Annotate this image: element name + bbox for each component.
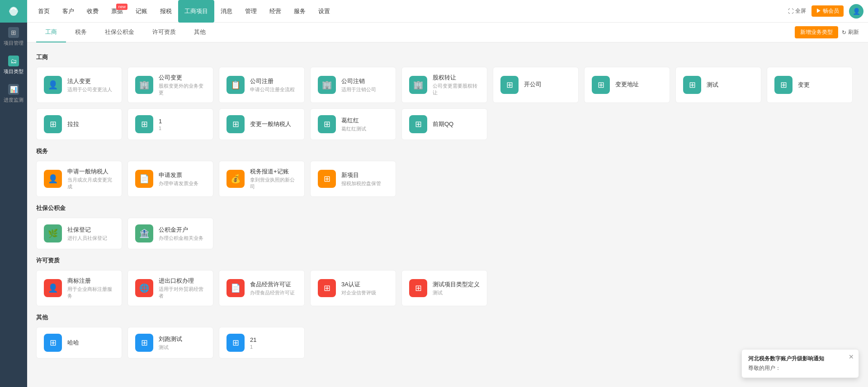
nav-operate[interactable]: 经营 <box>263 0 288 23</box>
card-import-export[interactable]: 🌐 进出口权办理 适用于对外贸易经营者 <box>127 270 213 306</box>
card-desc: 申请公司注册全流程 <box>250 86 295 93</box>
nav-settings[interactable]: 设置 <box>312 0 336 23</box>
card-title: 开公司 <box>524 80 542 89</box>
tab-social[interactable]: 社保公积金 <box>96 23 143 42</box>
card-title: 公司注销 <box>341 77 376 85</box>
cards-grid-permit: 👤 商标注册 用于企业商标注册服务 🌐 进出口权办理 适用于对外贸易经营者 📄 <box>36 270 859 306</box>
card-icon-change2: ⊞ <box>774 76 793 94</box>
card-icon-company-cancel: 🏢 <box>318 76 336 94</box>
card-desc: 1 <box>159 126 162 131</box>
card-icon-food-license: 📄 <box>226 279 245 297</box>
card-icon-liu-pao-test: ⊞ <box>135 334 153 352</box>
card-open-company[interactable]: ⊞ 开公司 <box>493 67 579 103</box>
card-change2[interactable]: ⊞ 变更 <box>767 67 853 103</box>
card-tax-report-bookkeep[interactable]: 💰 税务报道+记账 拿到营业执照的新公司 <box>219 161 305 197</box>
fullscreen-btn[interactable]: ⛶ 全屏 <box>788 7 806 15</box>
nav-home[interactable]: 首页 <box>32 0 56 23</box>
sidebar-logo[interactable] <box>0 0 27 23</box>
card-desc: 进行人员社保登记 <box>67 235 107 242</box>
section-title-permit: 许可资质 <box>36 256 859 265</box>
card-title: 进出口权办理 <box>159 277 206 285</box>
card-test-project-type[interactable]: ⊞ 测试项目类型定义 测试 <box>401 270 487 306</box>
card-change-taxpayer[interactable]: ⊞ 变更一般纳税人 <box>219 108 305 140</box>
card-new-project[interactable]: ⊞ 新项目 报税加税控盘保管 <box>310 161 396 197</box>
card-fund-account[interactable]: 🏦 公积金开户 办理公积金相关业务 <box>127 218 213 249</box>
tab-other[interactable]: 其他 <box>185 23 215 42</box>
nav-ticket[interactable]: 票据 new <box>105 0 129 23</box>
card-icon-one: ⊞ <box>135 115 153 133</box>
card-one[interactable]: ⊞ 1 1 <box>127 108 213 140</box>
card-legal-change[interactable]: 👤 法人变更 适用于公司变更法人 <box>36 67 122 103</box>
card-change-address[interactable]: ⊞ 变更地址 <box>584 67 670 103</box>
nav-billing[interactable]: 收费 <box>80 0 105 23</box>
card-company-register[interactable]: 📋 公司注册 申请公司注册全流程 <box>219 67 305 103</box>
card-title: 公积金开户 <box>159 226 203 234</box>
card-title: 21 <box>250 336 256 343</box>
nav-manage[interactable]: 管理 <box>239 0 263 23</box>
card-desc: 股权变更外的业务变更 <box>159 83 206 96</box>
card-company-cancel[interactable]: 🏢 公司注销 适用于注销公司 <box>310 67 396 103</box>
card-desc: 适用于公司变更法人 <box>67 86 112 93</box>
avatar[interactable]: 👤 <box>849 4 863 19</box>
sidebar-item-label: 项目类型 <box>4 68 24 75</box>
card-desc: 办理申请发票业务 <box>159 180 198 187</box>
section-title-tax: 税务 <box>36 147 859 155</box>
notification-popup: ✕ 河北税务数字账户升级影响通知 尊敬的用户： <box>741 349 859 378</box>
new-badge: new <box>116 4 127 10</box>
cards-grid-social: 🌿 社保登记 进行人员社保登记 🏦 公积金开户 办理公积金相关业务 <box>36 218 859 249</box>
card-title: 公司注册 <box>250 77 295 85</box>
card-social-register[interactable]: 🌿 社保登记 进行人员社保登记 <box>36 218 122 249</box>
tab-tax[interactable]: 税务 <box>66 23 96 42</box>
card-title: 商标注册 <box>67 277 114 285</box>
card-title: 申请一般纳税人 <box>67 168 114 176</box>
nav-bookkeeping[interactable]: 记账 <box>129 0 154 23</box>
nav-service[interactable]: 服务 <box>288 0 312 23</box>
card-icon-equity-transfer: 🏢 <box>409 76 427 94</box>
card-haha[interactable]: ⊞ 哈哈 <box>36 327 122 359</box>
fullscreen-icon: ⛶ <box>788 8 793 14</box>
card-trademark-register[interactable]: 👤 商标注册 用于企业商标注册服务 <box>36 270 122 306</box>
card-twenty-one[interactable]: ⊞ 21 1 <box>219 327 305 359</box>
card-icon-pre-qq: ⊞ <box>409 115 427 133</box>
card-lala[interactable]: ⊞ 拉拉 <box>36 108 122 140</box>
card-icon-company-change: 🏢 <box>135 76 153 94</box>
card-icon-haha: ⊞ <box>44 334 62 352</box>
nav-customer[interactable]: 客户 <box>56 0 80 23</box>
card-icon-apply-taxpayer: 👤 <box>44 170 62 188</box>
card-3a-cert[interactable]: ⊞ 3A认证 对企业信誉评级 <box>310 270 396 306</box>
card-icon-mohonghong: ⊞ <box>318 115 336 133</box>
tab-biz[interactable]: 工商 <box>36 23 66 42</box>
refresh-button[interactable]: ↻ 刷新 <box>842 26 859 38</box>
card-apply-invoice[interactable]: 📄 申请发票 办理申请发票业务 <box>127 161 213 197</box>
nav-message[interactable]: 消息 <box>214 0 239 23</box>
card-title: 前期QQ <box>433 120 453 128</box>
card-title: 1 <box>159 118 162 125</box>
page-body: 工商 👤 法人变更 适用于公司变更法人 🏢 公司变更 股权变更外的业务变更 <box>27 42 868 387</box>
sidebar-item-progress-monitor[interactable]: 📊 进度监测 <box>0 79 27 108</box>
card-apply-taxpayer[interactable]: 👤 申请一般纳税人 当月或次月成变更完成 <box>36 161 122 197</box>
project-type-icon: 🗂 <box>8 56 19 66</box>
new-type-button[interactable]: 新增业务类型 <box>795 26 838 38</box>
progress-monitor-icon: 📊 <box>8 84 19 95</box>
sidebar-item-project-type[interactable]: 🗂 项目类型 <box>0 51 27 79</box>
nav-bizproject[interactable]: 工商项目 <box>178 0 214 23</box>
card-desc: 对企业信誉评级 <box>341 289 376 296</box>
nav-tax[interactable]: 报税 <box>154 0 178 23</box>
card-company-change[interactable]: 🏢 公司变更 股权变更外的业务变更 <box>127 67 213 103</box>
card-food-license[interactable]: 📄 食品经营许可证 办理食品经营许可证 <box>219 270 305 306</box>
card-icon-test-project-type: ⊞ <box>409 279 427 297</box>
card-equity-transfer[interactable]: 🏢 股权转让 公司变更需要股权转让 <box>401 67 487 103</box>
card-icon-legal-change: 👤 <box>44 76 62 94</box>
vip-button[interactable]: ▶ 畅会员 <box>811 5 844 17</box>
card-title: 变更一般纳税人 <box>250 120 291 128</box>
card-mohonghong[interactable]: ⊞ 葛红红 葛红红测试 <box>310 108 396 140</box>
sidebar-item-project-manage[interactable]: ⊞ 项目管理 <box>0 23 27 51</box>
card-pre-qq[interactable]: ⊞ 前期QQ <box>401 108 487 140</box>
section-title-biz: 工商 <box>36 53 859 61</box>
card-title: 食品经营许可证 <box>250 280 295 289</box>
project-manage-icon: ⊞ <box>8 27 19 38</box>
card-liu-pao-test[interactable]: ⊞ 刘跑测试 测试 <box>127 327 213 359</box>
notification-close-button[interactable]: ✕ <box>849 353 854 360</box>
card-test[interactable]: ⊞ 测试 <box>675 67 761 103</box>
tab-permit[interactable]: 许可资质 <box>143 23 185 42</box>
